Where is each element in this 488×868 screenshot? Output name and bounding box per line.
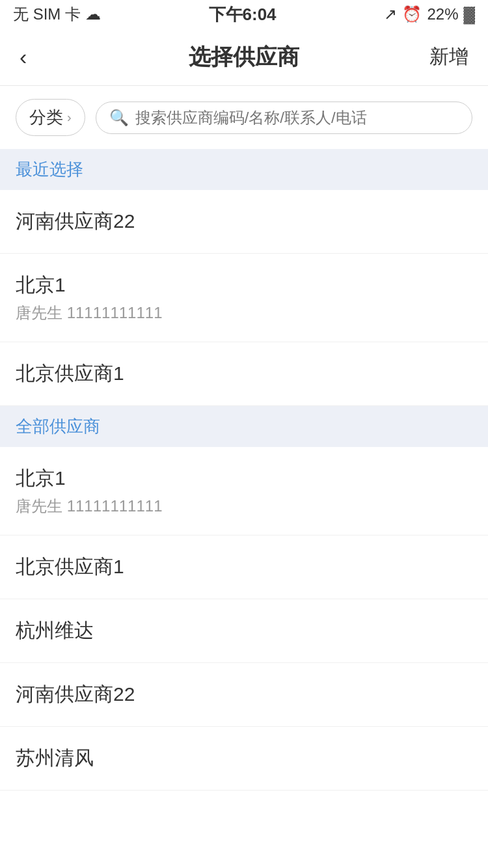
- item-sub: 唐先生 11111111111: [16, 496, 472, 517]
- status-bar: 无 SIM 卡 ☁ 下午6:04 ↗ ⏰ 22% ▓: [0, 0, 488, 29]
- recent-section-header: 最近选择: [0, 149, 488, 190]
- list-item[interactable]: 北京供应商1: [0, 536, 488, 599]
- add-button[interactable]: 新增: [429, 44, 468, 70]
- page-title: 选择供应商: [189, 42, 299, 72]
- list-item[interactable]: 北京1唐先生 11111111111: [0, 447, 488, 536]
- all-items-list: 北京1唐先生 11111111111北京供应商1杭州维达河南供应商22苏州清风: [0, 447, 488, 791]
- back-button[interactable]: ‹: [20, 44, 59, 70]
- list-item[interactable]: 杭州维达: [0, 599, 488, 663]
- item-name: 苏州清风: [16, 745, 472, 772]
- location-icon: ↗: [384, 5, 397, 23]
- item-name: 北京1: [16, 272, 472, 299]
- chevron-right-icon: ›: [67, 110, 72, 125]
- alarm-icon: ⏰: [402, 5, 422, 23]
- list-item[interactable]: 河南供应商22: [0, 663, 488, 727]
- item-sub: 唐先生 11111111111: [16, 303, 472, 323]
- battery-icon: ▓: [463, 5, 475, 23]
- item-name: 河南供应商22: [16, 208, 472, 235]
- list-item[interactable]: 苏州清风: [0, 727, 488, 791]
- all-section-header: 全部供应商: [0, 406, 488, 447]
- sim-status: 无 SIM 卡 ☁: [13, 4, 101, 25]
- recent-items-list: 河南供应商22北京1唐先生 11111111111北京供应商1: [0, 190, 488, 406]
- list-item[interactable]: 北京供应商1: [0, 342, 488, 406]
- item-name: 河南供应商22: [16, 681, 472, 708]
- item-name: 北京1: [16, 465, 472, 492]
- item-name: 北京供应商1: [16, 360, 472, 387]
- nav-bar: ‹ 选择供应商 新增: [0, 29, 488, 86]
- category-label: 分类: [29, 106, 63, 129]
- filter-bar: 分类 › 🔍: [0, 86, 488, 149]
- battery-status: 22%: [427, 5, 458, 23]
- item-name: 北京供应商1: [16, 554, 472, 580]
- category-filter[interactable]: 分类 ›: [16, 99, 85, 136]
- search-input[interactable]: [135, 109, 459, 127]
- list-item[interactable]: 北京1唐先生 11111111111: [0, 254, 488, 342]
- search-box[interactable]: 🔍: [96, 102, 472, 134]
- item-name: 杭州维达: [16, 617, 472, 644]
- list-item[interactable]: 河南供应商22: [0, 190, 488, 254]
- search-icon: 🔍: [109, 109, 129, 127]
- status-left: 无 SIM 卡 ☁: [13, 4, 101, 25]
- status-right: ↗ ⏰ 22% ▓: [384, 5, 475, 23]
- status-time: 下午6:04: [209, 3, 277, 26]
